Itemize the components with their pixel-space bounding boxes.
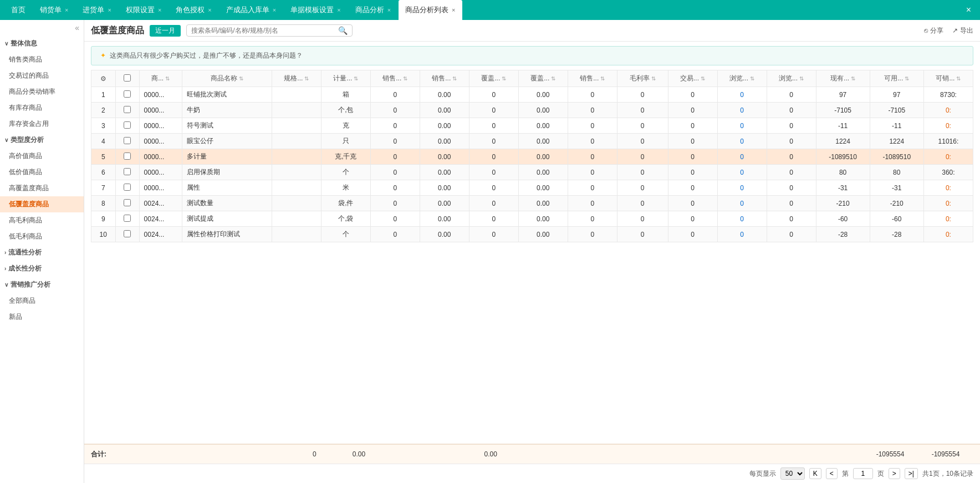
col-trade[interactable]: 交易...⇅ — [668, 70, 717, 87]
sidebar-item-low-gross[interactable]: 低毛利商品 — [0, 228, 84, 245]
sidebar-group-overall[interactable]: ∨ 整体信息 — [0, 35, 84, 52]
nav-roles-close[interactable]: × — [208, 7, 211, 13]
sidebar-item-stock-goods[interactable]: 有库存商品 — [0, 100, 84, 116]
row-browse1[interactable]: 0 — [717, 103, 767, 118]
nav-template-close[interactable]: × — [337, 7, 340, 13]
time-tag-button[interactable]: 近一月 — [150, 25, 181, 37]
nav-purchase[interactable]: 进货单 × — [76, 0, 118, 20]
nav-template[interactable]: 单据模板设置 × — [284, 0, 347, 20]
row-select-checkbox[interactable] — [124, 137, 131, 144]
select-all-checkbox[interactable] — [124, 74, 131, 82]
nav-close-all-button[interactable]: × — [962, 3, 976, 17]
row-checkbox[interactable] — [115, 87, 139, 103]
row-browse1[interactable]: 0 — [717, 211, 767, 227]
sidebar-item-low-value[interactable]: 低价值商品 — [0, 164, 84, 180]
row-checkbox[interactable] — [115, 211, 139, 227]
col-sales-count[interactable]: 销售...⇅ — [568, 70, 617, 87]
sidebar-item-high-coverage[interactable]: 高覆盖度商品 — [0, 180, 84, 196]
row-browse1[interactable]: 0 — [717, 149, 767, 165]
col-spec[interactable]: 规格...⇅ — [272, 70, 321, 87]
row-cov1: 0 — [469, 165, 518, 180]
col-gross-rate[interactable]: 毛利率⇅ — [617, 70, 668, 87]
row-select-checkbox[interactable] — [124, 121, 131, 129]
row-select-checkbox[interactable] — [124, 152, 131, 160]
sidebar-item-traded-goods[interactable]: 交易过的商品 — [0, 68, 84, 84]
per-page-select[interactable]: 50 — [780, 467, 805, 480]
row-select-checkbox[interactable] — [124, 106, 131, 113]
row-select-checkbox[interactable] — [124, 215, 131, 222]
col-sales-qty[interactable]: 销售...⇅ — [370, 70, 420, 87]
col-code[interactable]: 商...⇅ — [139, 70, 182, 87]
sidebar-item-high-value[interactable]: 高价值商品 — [0, 148, 84, 164]
nav-purchase-close[interactable]: × — [108, 7, 111, 13]
sidebar-collapse-button[interactable]: « — [0, 20, 84, 35]
nav-analysis-list[interactable]: 商品分析列表 × — [399, 0, 462, 20]
row-checkbox[interactable] — [115, 180, 139, 196]
last-page-button[interactable]: >| — [905, 468, 918, 479]
nav-sales-close[interactable]: × — [65, 7, 68, 13]
col-unit[interactable]: 计量...⇅ — [321, 70, 370, 87]
row-browse1[interactable]: 0 — [717, 118, 767, 134]
row-browse1[interactable]: 0 — [717, 227, 767, 242]
nav-roles[interactable]: 角色授权 × — [169, 0, 218, 20]
sidebar-item-sales-goods[interactable]: 销售类商品 — [0, 52, 84, 68]
nav-analysis-close[interactable]: × — [387, 7, 391, 13]
row-select-checkbox[interactable] — [124, 90, 131, 98]
sidebar-item-capital[interactable]: 库存资金占用 — [0, 116, 84, 132]
nav-permissions-close[interactable]: × — [158, 7, 161, 13]
col-current[interactable]: 现有...⇅ — [816, 70, 870, 87]
nav-product-entry[interactable]: 产成品入库单 × — [220, 0, 283, 20]
row-checkbox[interactable] — [115, 118, 139, 134]
row-browse1[interactable]: 0 — [717, 87, 767, 103]
row-checkbox[interactable] — [115, 134, 139, 149]
row-checkbox[interactable] — [115, 103, 139, 118]
row-select-checkbox[interactable] — [124, 199, 131, 206]
nav-permissions[interactable]: 权限设置 × — [119, 0, 168, 20]
search-icon[interactable]: 🔍 — [338, 26, 348, 35]
row-checkbox[interactable] — [115, 227, 139, 242]
nav-product-entry-close[interactable]: × — [273, 7, 276, 13]
sidebar-group-growth[interactable]: › 成长性分析 — [0, 261, 84, 277]
sidebar-item-category-rate[interactable]: 商品分类动销率 — [0, 84, 84, 100]
nav-sales[interactable]: 销货单 × — [33, 0, 75, 20]
row-checkbox[interactable] — [115, 196, 139, 211]
row-select-checkbox[interactable] — [124, 168, 131, 175]
row-browse1[interactable]: 0 — [717, 180, 767, 196]
export-button[interactable]: ↗ 导出 — [952, 26, 973, 35]
first-page-button[interactable]: K — [809, 468, 821, 479]
table-row: 5 0000... 多计量 克,千克 0 0.00 0 0.00 0 0 0 0… — [91, 149, 973, 165]
nav-home[interactable]: 首页 — [4, 0, 32, 20]
arrow-icon-4: › — [4, 266, 6, 272]
row-browse1[interactable]: 0 — [717, 134, 767, 149]
page-number-input[interactable] — [853, 468, 873, 479]
sidebar-group-marketing[interactable]: ∨ 营销推广分析 — [0, 277, 84, 293]
sidebar-item-low-coverage[interactable]: 低覆盖度商品 — [0, 196, 84, 212]
col-browse1[interactable]: 浏览...⇅ — [717, 70, 767, 87]
col-browse2[interactable]: 浏览...⇅ — [767, 70, 816, 87]
col-coverage2[interactable]: 覆盖...⇅ — [518, 70, 568, 87]
row-browse1[interactable]: 0 — [717, 165, 767, 180]
prev-page-button[interactable]: < — [826, 468, 838, 479]
nav-analysis[interactable]: 商品分析 × — [349, 0, 397, 20]
col-saleable[interactable]: 可销...⇅ — [923, 70, 973, 87]
col-coverage1[interactable]: 覆盖...⇅ — [469, 70, 518, 87]
col-sales-amt[interactable]: 销售...⇅ — [420, 70, 469, 87]
sidebar-group-type[interactable]: ∨ 类型度分析 — [0, 132, 84, 148]
sidebar-item-high-gross[interactable]: 高毛利商品 — [0, 212, 84, 228]
nav-analysis-list-close[interactable]: × — [452, 7, 455, 13]
row-num: 2 — [91, 103, 116, 118]
next-page-button[interactable]: > — [889, 468, 900, 479]
col-settings[interactable]: ⚙ — [91, 70, 116, 87]
sidebar-group-circulation[interactable]: › 流通性分析 — [0, 245, 84, 261]
row-browse1[interactable]: 0 — [717, 196, 767, 211]
col-available[interactable]: 可用...⇅ — [870, 70, 923, 87]
col-name[interactable]: 商品名称⇅ — [182, 70, 272, 87]
row-select-checkbox[interactable] — [124, 230, 131, 237]
sidebar-item-all-goods[interactable]: 全部商品 — [0, 293, 84, 309]
search-input[interactable] — [191, 27, 338, 34]
row-checkbox[interactable] — [115, 149, 139, 165]
row-checkbox[interactable] — [115, 165, 139, 180]
share-button[interactable]: ⎋ 分享 — [924, 26, 943, 35]
row-select-checkbox[interactable] — [124, 184, 131, 191]
sidebar-item-new-goods[interactable]: 新品 — [0, 309, 84, 325]
